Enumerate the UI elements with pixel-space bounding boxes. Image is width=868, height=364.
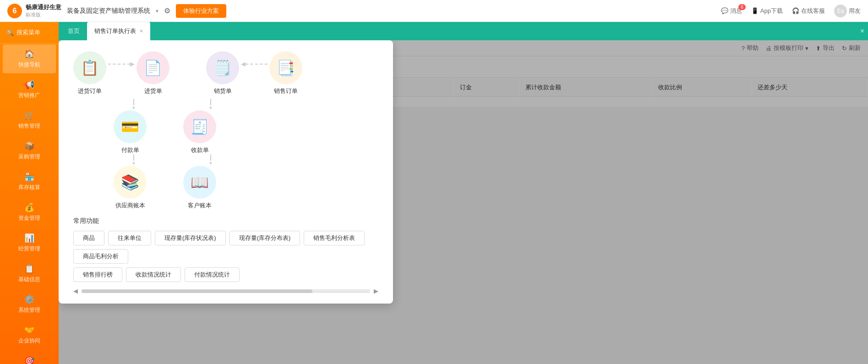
- tab-home[interactable]: 首页: [60, 22, 87, 40]
- logo-area: 6 畅康通好生意 标准版: [7, 3, 61, 18]
- top-bar-right: 💬 消息 6 📱 App下载 🎧 在线客服 Ea 用友: [721, 5, 861, 17]
- sidebar-item-finance[interactable]: 💰 资金管理: [3, 198, 56, 227]
- receipt-icon: 🧾: [183, 110, 216, 143]
- search-menu-label: 搜索菜单: [16, 28, 40, 37]
- sidebar-item-label: 采购管理: [18, 153, 40, 161]
- func-btn-product[interactable]: 商品: [73, 231, 104, 245]
- message-badge: 6: [738, 4, 746, 10]
- payment-icon: 💳: [114, 110, 147, 143]
- purchase-bill-icon: 📄: [136, 51, 169, 84]
- common-functions-title: 常用功能: [73, 217, 378, 225]
- sidebar-item-inventory[interactable]: 🏪 库存核算: [3, 167, 56, 196]
- purchase-bill-label: 进货单: [144, 87, 162, 95]
- scroll-left-icon[interactable]: ◀: [73, 288, 78, 294]
- user-label: 用友: [849, 7, 861, 15]
- page-content: ? 帮助 🖨 按模板打印 ▾ ⬆ 导出 ↻ 刷新: [59, 40, 868, 364]
- purchase-icon: 📦: [24, 141, 34, 151]
- func-btn-payment-stats[interactable]: 付款情况统计: [185, 267, 240, 282]
- tab-sales-order[interactable]: 销售订单执行表 ×: [87, 22, 150, 40]
- func-btn-sales-profit[interactable]: 销售毛利分析表: [304, 231, 365, 245]
- scroll-bar: ◀ ▶: [73, 288, 378, 294]
- enterprise-icon: 🤝: [24, 325, 34, 335]
- common-functions-section: 常用功能 商品 往来单位 现存量(库存状况表) 现存量(库存分布表) 销售毛利分…: [73, 217, 378, 282]
- payment-label: 付款单: [121, 146, 139, 154]
- content-area: 首页 销售订单执行表 × × ? 帮助 🖨 按: [59, 22, 868, 364]
- sidebar-item-operations[interactable]: 📊 经营管理: [3, 228, 56, 257]
- func-btn-counterpart[interactable]: 往来单位: [108, 231, 151, 245]
- operations-icon: 📊: [24, 233, 34, 243]
- message-btn[interactable]: 💬 消息 6: [721, 7, 742, 15]
- arrow-sales-order-to-sales-bill: ◀: [241, 60, 267, 67]
- flow-arrows-down-row1: ▼ ▼: [73, 99, 378, 110]
- sidebar-item-basic-info[interactable]: 📋 基础信息: [3, 259, 56, 288]
- arrow-purchase-order-to-purchase: ▶: [108, 60, 135, 67]
- scroll-thumb: [82, 289, 312, 293]
- customer-ledger-label: 客户账本: [188, 201, 212, 210]
- sidebar-item-enterprise[interactable]: 🤝 企业协同: [3, 321, 56, 349]
- logo-icon: 6: [7, 4, 22, 18]
- sidebar-item-marketing[interactable]: 📢 营销推广: [3, 75, 56, 104]
- top-bar: 6 畅康通好生意 标准版 装备及固定资产辅助管理系统 ▾ ⚙ 体验行业方案 💬 …: [0, 0, 868, 22]
- basic-info-icon: 📋: [24, 264, 34, 274]
- purchase-order-label: 进货订单: [78, 87, 102, 95]
- sidebar-item-purchase[interactable]: 📦 采购管理: [3, 136, 56, 165]
- experience-btn[interactable]: 体验行业方案: [176, 4, 226, 18]
- flow-arrows-down-row2: ▼ ▼: [73, 154, 378, 166]
- search-icon: 🔍: [6, 29, 14, 36]
- flow-unit-purchase-bill[interactable]: 📄 进货单: [136, 51, 169, 95]
- online-service-label: 在线客服: [801, 7, 825, 15]
- settings-icon[interactable]: ⚙: [164, 6, 170, 15]
- func-btn-sales-ranking[interactable]: 销售排行榜: [73, 267, 122, 282]
- sidebar-item-label: 资金管理: [18, 214, 40, 222]
- home-icon: 🏠: [24, 49, 34, 59]
- scroll-track[interactable]: [82, 289, 370, 293]
- avatar: Ea: [834, 5, 847, 17]
- system-title: 装备及固定资产辅助管理系统: [67, 7, 150, 15]
- flow-unit-sales-order[interactable]: 📑 销售订单: [269, 51, 302, 95]
- sidebar: 🔍 搜索菜单 🏠 快捷导航 📢 营销推广 🛒 销售管理 📦 采购管理: [0, 22, 59, 364]
- sales-bill-label: 销货单: [214, 87, 232, 95]
- flow-unit-payment[interactable]: 💳 付款单: [114, 110, 147, 154]
- message-icon: 💬: [721, 7, 728, 14]
- flow-unit-customer-ledger[interactable]: 📖 客户账本: [183, 166, 216, 210]
- tab-bar-close-icon[interactable]: ×: [860, 27, 864, 35]
- func-btn-stock-dist[interactable]: 现存量(库存分布表): [229, 231, 300, 245]
- sidebar-item-label: 企业协同: [18, 337, 40, 345]
- download-icon: 📱: [751, 7, 759, 14]
- sales-order-icon: 📑: [269, 51, 302, 84]
- sidebar-item-system[interactable]: ⚙️ 系统管理: [3, 290, 56, 319]
- func-btn-stock-status[interactable]: 现存量(库存状况表): [155, 231, 226, 245]
- sidebar-item-newbie[interactable]: 🎯 新手引导: [3, 351, 56, 364]
- flow-unit-supplier-ledger[interactable]: 📚 供应商账本: [114, 166, 147, 210]
- top-bar-left: 6 畅康通好生意 标准版 装备及固定资产辅助管理系统 ▾ ⚙ 体验行业方案: [7, 3, 226, 18]
- supplier-ledger-icon: 📚: [114, 166, 147, 199]
- app-download-btn[interactable]: 📱 App下载: [751, 7, 783, 15]
- user-menu-btn[interactable]: Ea 用友: [834, 5, 861, 17]
- flow-row-2: 💳 付款单 🧾 收款单: [73, 110, 378, 154]
- main-layout: 🔍 搜索菜单 🏠 快捷导航 📢 营销推广 🛒 销售管理 📦 采购管理: [0, 22, 868, 364]
- online-service-btn[interactable]: 🎧 在线客服: [792, 7, 825, 15]
- sidebar-search: 🔍 搜索菜单: [0, 22, 59, 43]
- search-menu-btn[interactable]: 🔍 搜索菜单: [4, 27, 55, 38]
- supplier-ledger-label: 供应商账本: [115, 201, 145, 210]
- popup-overlay[interactable]: 📋 进货订单 ▶ 📄 进货单: [59, 40, 868, 364]
- tab-close-icon[interactable]: ×: [140, 28, 143, 34]
- flow-unit-receipt[interactable]: 🧾 收款单: [183, 110, 216, 154]
- func-btn-receipt-stats[interactable]: 收款情况统计: [126, 267, 181, 282]
- system-dropdown-icon[interactable]: ▾: [156, 8, 158, 14]
- sales-order-label: 销售订单: [274, 87, 298, 95]
- sidebar-item-label: 经营管理: [18, 245, 40, 253]
- sidebar-item-label: 销售管理: [18, 122, 40, 130]
- sidebar-item-quick-nav[interactable]: 🏠 快捷导航: [3, 44, 56, 73]
- flow-unit-sales-bill[interactable]: 🗒️ 销货单: [206, 51, 239, 95]
- func-grid-2: 销售排行榜 收款情况统计 付款情况统计: [73, 267, 378, 282]
- tab-bar: 首页 销售订单执行表 × ×: [59, 22, 868, 40]
- sidebar-item-sales[interactable]: 🛒 销售管理: [3, 106, 56, 135]
- finance-icon: 💰: [24, 202, 34, 212]
- inventory-icon: 🏪: [24, 172, 34, 182]
- tab-sales-order-label: 销售订单执行表: [94, 27, 136, 35]
- app-download-label: App下载: [760, 7, 783, 15]
- scroll-right-icon[interactable]: ▶: [374, 288, 378, 294]
- flow-unit-purchase-order[interactable]: 📋 进货订单: [73, 51, 106, 95]
- func-btn-product-profit[interactable]: 商品毛利分析: [73, 249, 128, 264]
